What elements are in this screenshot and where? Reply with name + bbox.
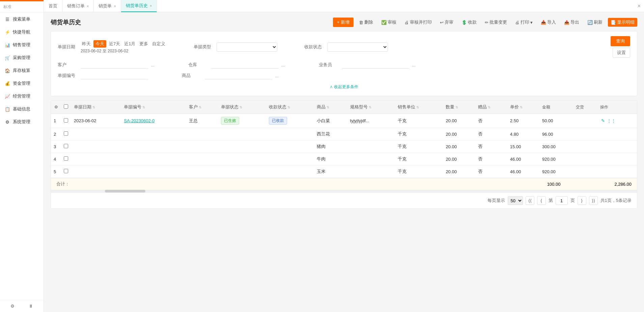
row-checkbox[interactable] <box>64 156 68 161</box>
order-no-sort-icon[interactable]: ⇅ <box>142 105 145 109</box>
order-no-link[interactable]: SA-20230602-0 <box>124 118 155 123</box>
date-option-custom[interactable]: 自定义 <box>151 40 167 48</box>
row-checkbox[interactable] <box>64 144 68 148</box>
select-all-checkbox[interactable] <box>64 104 68 109</box>
qty-sort-icon[interactable]: ⇅ <box>455 105 458 109</box>
action-cell[interactable]: ✎⋮⋮ <box>597 114 637 128</box>
row-checkbox[interactable] <box>64 169 68 173</box>
checkbox-cell[interactable] <box>61 165 71 178</box>
action-cell[interactable] <box>597 165 637 178</box>
window-close-button[interactable]: × <box>638 3 644 9</box>
edit-action-icon[interactable]: ✎ <box>600 118 606 123</box>
staff-input[interactable] <box>342 61 409 69</box>
audit-print-button[interactable]: 🖨 审核并打印 <box>402 18 435 27</box>
order-no-cell[interactable] <box>121 153 186 165</box>
show-detail-button[interactable]: 📑 显示明细 <box>608 18 637 27</box>
sidebar-item-finance[interactable]: 💰 资金管理 <box>0 77 44 90</box>
per-page-select[interactable]: 50 <box>508 196 523 205</box>
customer-sort-icon[interactable]: ⇅ <box>199 105 201 109</box>
staff-dots[interactable]: ... <box>412 62 416 68</box>
customer-input[interactable] <box>81 61 148 69</box>
unit-sort-icon[interactable]: ⇅ <box>416 105 419 109</box>
action-cell[interactable] <box>597 140 637 153</box>
order-no-cell[interactable]: SA-20230602-0 <box>121 114 186 128</box>
checkbox-cell[interactable] <box>61 114 71 128</box>
action-cell[interactable] <box>597 128 637 140</box>
horizontal-scrollbar[interactable] <box>51 190 637 192</box>
order-no-cell[interactable] <box>121 128 186 140</box>
tab-sales-order[interactable]: 销售订单 × <box>62 0 94 12</box>
next-page-button[interactable]: ⟩ <box>578 196 586 205</box>
price-sort-icon[interactable]: ⇅ <box>520 105 523 109</box>
order-no-cell[interactable] <box>121 165 186 178</box>
sidebar-item-inventory[interactable]: 🏠 库存核算 <box>0 64 44 77</box>
new-button[interactable]: + 新增 <box>333 18 354 27</box>
goods-dots[interactable]: ... <box>275 73 279 78</box>
pause-icon[interactable]: ⏸ <box>29 304 33 309</box>
checkbox-cell[interactable] <box>61 140 71 153</box>
goods-input[interactable] <box>205 72 272 79</box>
sidebar-item-search-menu[interactable]: ☰ 搜索菜单 <box>0 13 44 26</box>
sidebar-item-sales-mgmt[interactable]: 📊 销售管理 <box>0 38 44 51</box>
order-no-cell[interactable] <box>121 140 186 153</box>
spec-sort-icon[interactable]: ⇅ <box>369 105 371 109</box>
delete-button[interactable]: 🗑 删除 <box>356 18 376 27</box>
sidebar-item-base-info[interactable]: 📋 基础信息 <box>0 103 44 115</box>
sidebar-item-operations[interactable]: 📈 经营管理 <box>0 90 44 103</box>
date-option-today[interactable]: 今天 <box>93 40 106 48</box>
date-option-more[interactable]: 更多 <box>138 40 149 48</box>
export-button[interactable]: 📤 导出 <box>561 18 582 27</box>
col-checkbox[interactable] <box>61 101 71 114</box>
tab-home[interactable]: 首页 <box>44 0 62 12</box>
date-option-yesterday[interactable]: 昨天 <box>81 40 92 48</box>
row-checkbox[interactable] <box>64 118 68 123</box>
order-no-input[interactable] <box>81 72 148 79</box>
sidebar-item-quick-nav[interactable]: ⚡ 快捷导航 <box>0 26 44 38</box>
first-page-button[interactable]: ⟨⟨ <box>526 196 534 205</box>
warehouse-dots[interactable]: ... <box>281 62 285 68</box>
abandon-button[interactable]: ↩ 弃审 <box>437 18 456 27</box>
prev-page-button[interactable]: ⟨ <box>537 196 546 205</box>
tab-sales-history[interactable]: 销货单历史 × <box>121 0 157 12</box>
tab-sales-goods-close[interactable]: × <box>114 4 116 8</box>
collect-status-sort-icon[interactable]: ⇅ <box>287 105 290 109</box>
col-collect-status: 收款状态⇅ <box>266 101 314 114</box>
checkbox-cell[interactable] <box>61 153 71 165</box>
batch-change-button[interactable]: ✏ 批量变更 <box>482 18 510 27</box>
date-option-7days[interactable]: 近7天 <box>108 40 121 48</box>
print-icon: 🖨 <box>515 20 520 25</box>
setting-button[interactable]: 设置 <box>613 48 630 58</box>
type-filter-select[interactable] <box>217 43 277 52</box>
import-button[interactable]: 📥 导入 <box>538 18 559 27</box>
warehouse-input[interactable] <box>211 61 279 69</box>
sidebar-item-purchase-mgmt[interactable]: 🛒 采购管理 <box>0 51 44 64</box>
settings-bottom-icon[interactable]: ⚙ <box>10 304 15 309</box>
refresh-button[interactable]: 🔄 刷新 <box>585 18 605 27</box>
audit-button[interactable]: ✅ 审核 <box>379 18 399 27</box>
more-action-icon[interactable]: ⋮⋮ <box>606 118 617 123</box>
collapse-button[interactable]: ∧ 收起更多条件 <box>58 83 630 91</box>
last-page-button[interactable]: ⟩⟩ <box>589 196 598 205</box>
collect-button[interactable]: 💲 收款 <box>459 18 479 27</box>
tab-sales-history-close[interactable]: × <box>150 4 152 8</box>
order-status-sort-icon[interactable]: ⇅ <box>240 105 242 109</box>
tab-sales-goods[interactable]: 销货单 × <box>94 0 121 12</box>
collect-status-select[interactable] <box>327 43 388 52</box>
action-cell[interactable] <box>597 153 637 165</box>
sidebar-bottom-actions[interactable]: ⚙ ⏸ <box>0 300 44 312</box>
sidebar-item-sys-mgmt[interactable]: ⚙ 系统管理 <box>0 115 44 128</box>
scrollbar-thumb[interactable] <box>105 190 145 192</box>
date-option-1month[interactable]: 近1月 <box>123 40 137 48</box>
row-checkbox[interactable] <box>64 131 68 136</box>
tab-sales-order-close[interactable]: × <box>87 4 89 8</box>
checkbox-cell[interactable] <box>61 128 71 140</box>
print-button[interactable]: 🖨 打印 ▾ <box>512 18 535 27</box>
goods-sort-icon[interactable]: ⇅ <box>327 105 329 109</box>
query-button[interactable]: 查询 <box>611 36 630 46</box>
qty-cell: 20.00 <box>443 140 475 153</box>
customer-dots[interactable]: ... <box>151 62 155 68</box>
col-settings[interactable]: ⚙ <box>51 101 61 114</box>
gift-sort-icon[interactable]: ⇅ <box>488 105 491 109</box>
page-number-input[interactable] <box>556 196 568 205</box>
date-sort-icon[interactable]: ⇅ <box>92 105 95 109</box>
